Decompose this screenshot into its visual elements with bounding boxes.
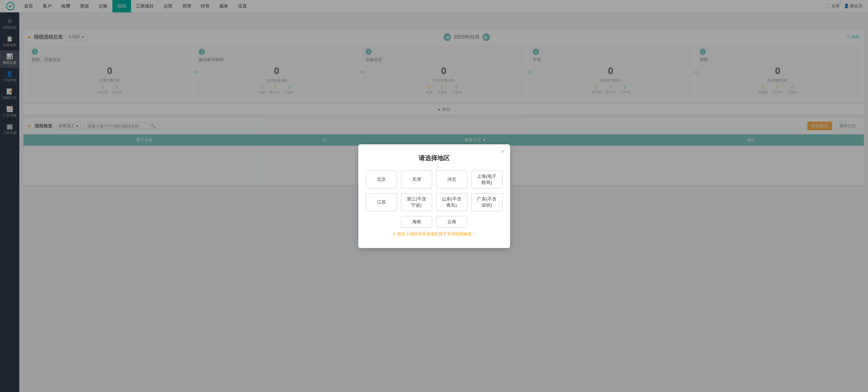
region-btn-海南[interactable]: 海南 [401,216,432,228]
warn-icon: ⚠ [392,231,396,236]
region-row-1: 江苏浙江(不含宁波)山东(不含青岛)广东(不含深圳) [366,193,502,211]
warn-text: 除以上地区外其他地区暂不支持报税检查！ [397,231,476,237]
region-row-2: 海南云南 [401,216,467,228]
region-btn-云南[interactable]: 云南 [436,216,467,228]
region-grid: 北京天津河北上海(电子税局)江苏浙江(不含宁波)山东(不含青岛)广东(不含深圳)… [369,171,499,228]
modal-close-btn[interactable]: × [501,148,504,155]
region-btn-天津[interactable]: 天津 [401,171,432,188]
region-btn-上海(电子税局)[interactable]: 上海(电子税局) [471,171,502,188]
region-warn: ⚠ 除以上地区外其他地区暂不支持报税检查！ [369,231,499,237]
region-btn-浙江(不含宁波)[interactable]: 浙江(不含宁波) [401,193,432,211]
region-btn-江苏[interactable]: 江苏 [366,193,397,211]
region-btn-广东(不含深圳)[interactable]: 广东(不含深圳) [471,193,502,211]
region-btn-北京[interactable]: 北京 [366,171,397,188]
modal-title: 请选择地区 [369,154,499,162]
modal-overlay[interactable]: × 请选择地区 北京天津河北上海(电子税局)江苏浙江(不含宁波)山东(不含青岛)… [0,0,868,392]
region-btn-山东(不含青岛)[interactable]: 山东(不含青岛) [436,193,467,211]
region-modal: × 请选择地区 北京天津河北上海(电子税局)江苏浙江(不含宁波)山东(不含青岛)… [358,144,510,248]
region-btn-河北[interactable]: 河北 [436,171,467,188]
region-row-0: 北京天津河北上海(电子税局) [366,171,502,188]
